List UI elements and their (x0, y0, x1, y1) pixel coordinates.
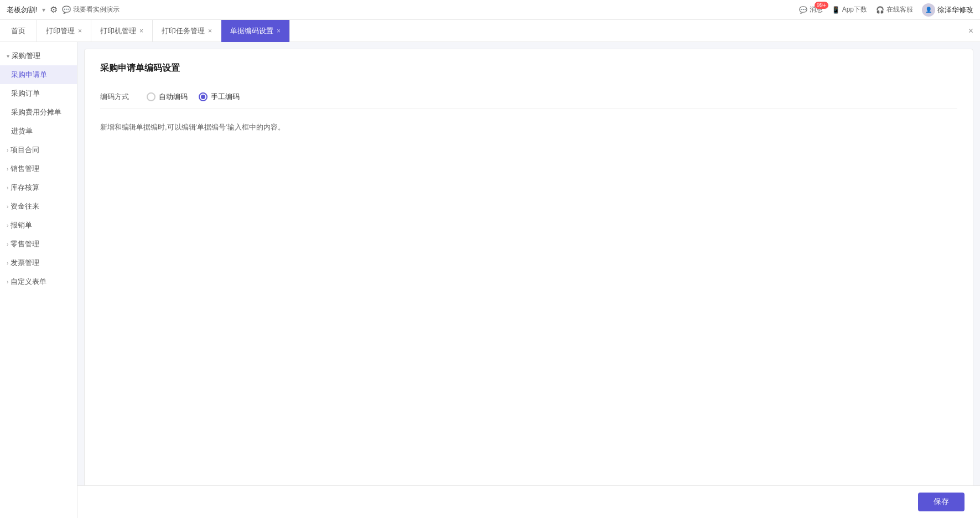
page-title: 采购申请单编码设置 (100, 63, 957, 74)
encoding-label: 编码方式 (100, 92, 133, 102)
returns-arrow-icon: › (7, 222, 8, 229)
sales-arrow-icon: › (7, 166, 8, 172)
app-download-btn[interactable]: 📱 App下数 (832, 5, 867, 14)
content-area: 采购申请单编码设置 编码方式 自动编码 手工编码 (77, 42, 980, 518)
retail-arrow-icon: › (7, 241, 8, 247)
tab-print-mgmt-label: 打印管理 (46, 26, 75, 36)
radio-auto-label: 自动编码 (159, 92, 188, 102)
user-name: 徐泽华修改 (937, 5, 973, 15)
demo-link[interactable]: 我要看实例演示 (62, 5, 120, 14)
settings-icon[interactable]: ⚙ (50, 4, 58, 15)
radio-manual-label: 手工编码 (211, 92, 240, 102)
sidebar-group-invoice-mgmt[interactable]: › 发票管理 (0, 253, 77, 272)
inventory-arrow-icon: › (7, 185, 8, 191)
encoding-section: 编码方式 自动编码 手工编码 新增和编辑单据编时,可以编辑'单据编号'输入框中的… (100, 85, 957, 137)
message-btn[interactable]: 💬 消息 99+ (799, 5, 823, 14)
radio-auto-code[interactable]: 自动编码 (147, 92, 188, 102)
main-layout: ▾ 采购管理 采购申请单 采购订单 采购费用分摊单 进货单 › 项目合同 › 销… (0, 42, 980, 518)
sidebar-item-purchase-expense[interactable]: 采购费用分摊单 (0, 103, 77, 122)
tab-bar: 首页 打印管理 × 打印机管理 × 打印任务管理 × 单据编码设置 × × (0, 20, 980, 42)
sidebar: ▾ 采购管理 采购申请单 采购订单 采购费用分摊单 进货单 › 项目合同 › 销… (0, 42, 77, 518)
sidebar-group-purchase-header[interactable]: ▾ 采购管理 (0, 46, 77, 65)
tab-single-code-setting[interactable]: 单据编码设置 × (221, 20, 290, 42)
sidebar-group-sales-mgmt[interactable]: › 销售管理 (0, 159, 77, 178)
content-footer: 保存 (77, 485, 980, 518)
radio-manual-code[interactable]: 手工编码 (199, 92, 240, 102)
radio-manual-circle (199, 92, 208, 101)
sidebar-group-inventory[interactable]: › 库存核算 (0, 178, 77, 197)
purchase-group-label: 采购管理 (12, 51, 40, 61)
sidebar-group-retail-mgmt[interactable]: › 零售管理 (0, 235, 77, 253)
sidebar-group-custom-forms[interactable]: › 自定义表单 (0, 272, 77, 291)
sidebar-group-purchase: ▾ 采购管理 采购申请单 采购订单 采购费用分摊单 进货单 (0, 46, 77, 141)
sidebar-item-purchase-requisition[interactable]: 采购申请单 (0, 65, 77, 84)
top-bar-right: 💬 消息 99+ 📱 App下数 🎧 在线客服 👤 徐泽华修改 (799, 3, 973, 17)
tab-printer-mgmt[interactable]: 打印机管理 × (91, 20, 153, 42)
content-inner: 采购申请单编码设置 编码方式 自动编码 手工编码 (84, 49, 973, 511)
tab-print-mgmt-close[interactable]: × (78, 27, 82, 35)
tab-print-task-mgmt-close[interactable]: × (208, 27, 212, 35)
sidebar-group-returns[interactable]: › 报销单 (0, 216, 77, 235)
tab-single-code-setting-label: 单据编码设置 (230, 26, 273, 36)
radio-group: 自动编码 手工编码 (147, 92, 240, 102)
tab-bar-close-all[interactable]: × (968, 26, 980, 36)
online-service-btn[interactable]: 🎧 在线客服 (876, 5, 913, 14)
avatar: 👤 (922, 3, 935, 17)
online-service-label: 在线客服 (886, 5, 913, 14)
capital-arrow-icon: › (7, 204, 8, 210)
message-icon: 💬 (799, 6, 807, 14)
tab-print-task-mgmt[interactable]: 打印任务管理 × (153, 20, 221, 42)
message-badge: 99+ (815, 2, 828, 9)
sidebar-item-stock-in[interactable]: 进货单 (0, 122, 77, 141)
tab-print-task-mgmt-label: 打印任务管理 (162, 26, 205, 36)
sidebar-item-purchase-order[interactable]: 采购订单 (0, 84, 77, 103)
sidebar-group-capital[interactable]: › 资金往来 (0, 197, 77, 216)
tab-home[interactable]: 首页 (0, 20, 37, 42)
tab-print-mgmt[interactable]: 打印管理 × (37, 20, 91, 42)
top-bar: 老板勿割! ▾ ⚙ 我要看实例演示 💬 消息 99+ 📱 App下数 🎧 在线客… (0, 0, 980, 20)
app-download-label: App下数 (842, 5, 867, 14)
sidebar-group-project-contract[interactable]: › 项目合同 (0, 141, 77, 159)
purchase-arrow-icon: ▾ (7, 53, 9, 59)
invoice-arrow-icon: › (7, 260, 8, 266)
phone-icon: 📱 (832, 6, 840, 14)
tab-home-label: 首页 (11, 26, 25, 36)
headset-icon: 🎧 (876, 6, 884, 14)
top-bar-left: 老板勿割! ▾ ⚙ 我要看实例演示 (7, 4, 120, 15)
user-info[interactable]: 👤 徐泽华修改 (922, 3, 973, 17)
title-dropdown-icon[interactable]: ▾ (42, 6, 45, 14)
encoding-row: 编码方式 自动编码 手工编码 (100, 85, 957, 109)
custom-forms-arrow-icon: › (7, 279, 8, 285)
tab-single-code-setting-close[interactable]: × (277, 27, 281, 35)
tab-printer-mgmt-close[interactable]: × (139, 27, 143, 35)
hint-text: 新增和编辑单据编时,可以编辑'单据编号'输入框中的内容。 (100, 118, 957, 137)
project-contract-arrow-icon: › (7, 147, 8, 153)
radio-auto-circle (147, 92, 155, 101)
app-title: 老板勿割! (7, 5, 38, 15)
tab-printer-mgmt-label: 打印机管理 (100, 26, 136, 36)
save-button[interactable]: 保存 (918, 493, 965, 511)
